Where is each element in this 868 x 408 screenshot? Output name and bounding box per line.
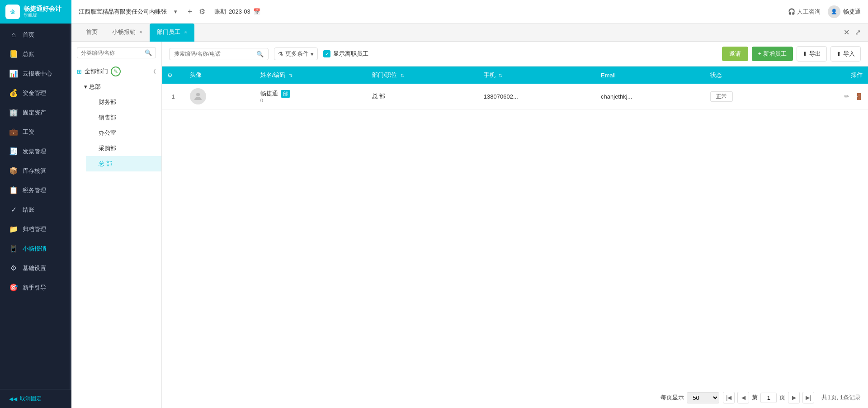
sidebar-label-inventory: 库存核算 bbox=[23, 167, 46, 175]
cancel-fixed-button[interactable]: ◀◀ 取消固定 bbox=[0, 389, 71, 408]
page-last-button[interactable]: ▶| bbox=[802, 392, 814, 403]
salary-icon: 💼 bbox=[9, 128, 18, 136]
col-name[interactable]: 姓名/编码 ⇅ bbox=[255, 66, 367, 84]
topbar-settings-icon[interactable]: ⚙ bbox=[199, 7, 205, 16]
show-resigned-checkbox[interactable]: ✓ bbox=[323, 50, 330, 57]
col-avatar: 头像 bbox=[184, 66, 255, 84]
edit-employee-button[interactable]: ✏ bbox=[844, 93, 849, 100]
avatar: 👤 bbox=[828, 5, 840, 18]
collapse-panel-icon[interactable]: 《 bbox=[151, 68, 156, 76]
show-resigned-toggle[interactable]: ✓ 显示离职员工 bbox=[323, 50, 368, 58]
col-settings[interactable]: ⚙ bbox=[162, 66, 184, 84]
sidebar-label-reports: 云报表中心 bbox=[23, 70, 52, 78]
logout-employee-button[interactable]: 🚪 bbox=[855, 93, 863, 100]
dept-item-hq[interactable]: 总 部 bbox=[86, 156, 161, 171]
sidebar-item-funds[interactable]: 💰 资金管理 bbox=[0, 83, 71, 103]
dept-item-purchase[interactable]: 采购部 bbox=[86, 141, 161, 156]
page-prev-button[interactable]: ◀ bbox=[737, 392, 749, 403]
invite-button[interactable]: 邀请 bbox=[722, 47, 748, 61]
dept-group-root: ▾ 总部 财务部 销售部 办公室 采购部 总 部 bbox=[71, 79, 161, 171]
dept-item-finance[interactable]: 财务部 bbox=[86, 95, 161, 110]
col-status: 状态 bbox=[705, 66, 792, 84]
dept-search-box[interactable]: 🔍 bbox=[77, 47, 156, 58]
col-dept[interactable]: 部门/职位 ⇅ bbox=[367, 66, 478, 84]
name-badge: 畅捷通 部 bbox=[260, 90, 361, 98]
sidebar-item-home[interactable]: ⌂ 首页 bbox=[0, 25, 71, 44]
logo-text: 畅捷通好会计 旗舰版 bbox=[24, 5, 61, 19]
employee-search-box[interactable]: 🔍 bbox=[169, 48, 269, 60]
sidebar-label-settlement: 结账 bbox=[23, 206, 34, 214]
employee-table: ⚙ 头像 姓名/编码 ⇅ 部门/职位 ⇅ 手机 ⇅ Email 状态 操作 bbox=[162, 66, 868, 109]
dept-children: 财务部 销售部 办公室 采购部 总 部 bbox=[79, 95, 161, 171]
tab-home[interactable]: 首页 bbox=[79, 24, 105, 42]
table-settings-icon[interactable]: ⚙ bbox=[167, 72, 173, 79]
page-next-button[interactable]: ▶ bbox=[788, 392, 800, 403]
sidebar-item-tax[interactable]: 📋 税务管理 bbox=[0, 180, 71, 200]
per-page-selector: 每页显示 20 50 100 bbox=[660, 392, 719, 403]
edit-dept-button[interactable]: ✎ bbox=[111, 66, 121, 76]
sidebar-item-expense[interactable]: 📱 小畅报销 bbox=[0, 239, 71, 258]
user-profile[interactable]: 👤 畅捷通 bbox=[828, 5, 861, 18]
col-phone[interactable]: 手机 ⇅ bbox=[478, 66, 595, 84]
sidebar-label-funds: 资金管理 bbox=[23, 89, 46, 97]
topbar: 江西服宝精品有限责任公司内账张 ▾ ＋ ⚙ 账期 2023-03 📅 🎧 人工咨… bbox=[71, 0, 868, 24]
funds-icon: 💰 bbox=[9, 89, 18, 97]
expand-tabs-button[interactable]: ⤢ bbox=[855, 28, 861, 37]
sidebar: 会 畅捷通好会计 旗舰版 ⌂ 首页 📒 总账 📊 云报表中心 💰 资金管理 🏢 … bbox=[0, 0, 71, 408]
add-employee-button[interactable]: + 新增员工 bbox=[752, 47, 793, 61]
all-dept-header[interactable]: ⊞ 全部部门 ✎ 《 bbox=[71, 64, 161, 79]
dept-search-input[interactable] bbox=[81, 50, 142, 56]
logo-icon: 会 bbox=[5, 5, 20, 19]
page-label-prefix: 第 bbox=[752, 394, 758, 402]
tab-dept-employee[interactable]: 部门员工 × bbox=[150, 24, 194, 42]
calendar-icon[interactable]: 📅 bbox=[253, 8, 260, 15]
sidebar-item-guide[interactable]: 🎯 新手引导 bbox=[0, 278, 71, 297]
row-dept-cell: 总 部 bbox=[367, 84, 478, 109]
sidebar-item-archive[interactable]: 📁 归档管理 bbox=[0, 219, 71, 239]
close-all-tabs-button[interactable]: ✕ bbox=[844, 28, 849, 37]
export-button[interactable]: ⬇ 导出 bbox=[797, 46, 827, 62]
dept-root-label[interactable]: ▾ 总部 bbox=[79, 79, 161, 95]
search-icon[interactable]: 🔍 bbox=[256, 51, 264, 57]
avatar bbox=[190, 88, 206, 104]
pagination: 每页显示 20 50 100 |◀ ◀ 第 页 ▶ ▶| 共1页, 1条 bbox=[162, 387, 868, 408]
add-tab-button[interactable]: ＋ bbox=[186, 7, 193, 16]
per-page-select[interactable]: 20 50 100 bbox=[687, 392, 719, 403]
sidebar-item-invoice[interactable]: 🧾 发票管理 bbox=[0, 142, 71, 161]
row-email-cell: chanjethkj... bbox=[595, 84, 705, 109]
tab-dept-close[interactable]: × bbox=[184, 29, 187, 35]
headset-icon: 🎧 bbox=[788, 8, 795, 15]
page-first-button[interactable]: |◀ bbox=[723, 392, 735, 403]
tab-expense[interactable]: 小畅报销 × bbox=[105, 24, 150, 42]
employee-table-container: ⚙ 头像 姓名/编码 ⇅ 部门/职位 ⇅ 手机 ⇅ Email 状态 操作 bbox=[162, 66, 868, 387]
sidebar-item-settlement[interactable]: ✓ 结账 bbox=[0, 200, 71, 219]
import-button[interactable]: ⬆ 导入 bbox=[830, 46, 861, 62]
page-input[interactable] bbox=[760, 393, 777, 403]
tab-expense-close[interactable]: × bbox=[139, 29, 142, 35]
sidebar-item-reports[interactable]: 📊 云报表中心 bbox=[0, 64, 71, 83]
sidebar-item-salary[interactable]: 💼 工资 bbox=[0, 122, 71, 142]
status-badge: 正常 bbox=[710, 91, 733, 102]
per-page-label: 每页显示 bbox=[660, 394, 684, 402]
pin-icon: ◀◀ bbox=[9, 396, 17, 402]
sidebar-item-assets[interactable]: 🏢 固定资产 bbox=[0, 103, 71, 122]
row-action-icons: ✏ 🚪 bbox=[797, 93, 863, 100]
sidebar-item-inventory[interactable]: 📦 库存核算 bbox=[0, 161, 71, 180]
sidebar-nav: ⌂ 首页 📒 总账 📊 云报表中心 💰 资金管理 🏢 固定资产 💼 工资 🧾 发… bbox=[0, 24, 71, 389]
dropdown-icon[interactable]: ▾ bbox=[174, 8, 177, 15]
export-label: 导出 bbox=[809, 50, 821, 58]
row-status-cell: 正常 bbox=[705, 84, 792, 109]
guide-icon: 🎯 bbox=[9, 283, 18, 292]
sidebar-item-settings[interactable]: ⚙ 基础设置 bbox=[0, 258, 71, 278]
dept-item-sales[interactable]: 销售部 bbox=[86, 110, 161, 125]
dept-item-office[interactable]: 办公室 bbox=[86, 125, 161, 141]
sidebar-item-general-ledger[interactable]: 📒 总账 bbox=[0, 44, 71, 64]
reports-icon: 📊 bbox=[9, 69, 18, 78]
employee-table-body: 1 畅捷通 部 0 bbox=[162, 84, 868, 109]
employee-search-input[interactable] bbox=[174, 51, 254, 57]
row-avatar-cell bbox=[184, 84, 255, 109]
dept-search-icon[interactable]: 🔍 bbox=[145, 49, 152, 56]
more-conditions-button[interactable]: ⚗ 更多条件 ▾ bbox=[274, 47, 318, 60]
right-panel: 🔍 ⚗ 更多条件 ▾ ✓ 显示离职员工 邀请 + 新增员工 ⬇ 导出 bbox=[162, 42, 868, 408]
support-button[interactable]: 🎧 人工咨询 bbox=[788, 8, 821, 16]
